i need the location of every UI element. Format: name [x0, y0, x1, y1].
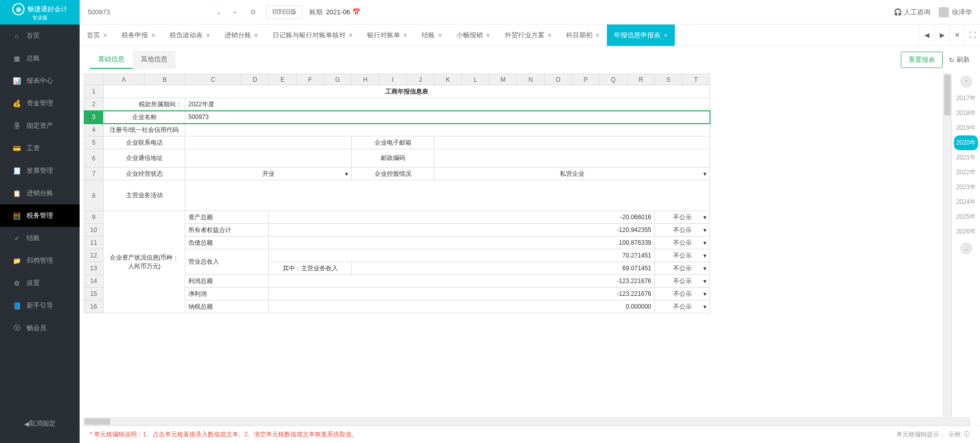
nav-item-archive[interactable]: 📁归档管理 — [0, 249, 80, 272]
phone-input[interactable] — [185, 136, 352, 149]
publish-select-12[interactable]: 不公示▼ — [655, 249, 710, 262]
tab-6[interactable]: 结账× — [414, 25, 449, 46]
refresh-button[interactable]: ↻ 刷新 — [949, 55, 970, 64]
horizontal-scrollbar[interactable] — [84, 417, 970, 426]
switch-version-button[interactable]: 切到旧版 — [266, 5, 302, 19]
postal-input[interactable] — [434, 149, 710, 168]
nav-item-gear[interactable]: ⚙设置 — [0, 272, 80, 294]
row-8[interactable]: 8主营业务活动 — [84, 180, 710, 211]
address-input[interactable] — [185, 149, 352, 168]
col-header-M[interactable]: M — [489, 74, 517, 85]
col-header-Q[interactable]: Q — [600, 74, 627, 85]
tab-close-icon[interactable]: × — [151, 31, 155, 39]
tax-total-value[interactable]: 0.000000 — [269, 300, 655, 313]
tab-close-icon[interactable]: × — [349, 31, 353, 39]
year-item-2026年[interactable]: 2026年 — [954, 224, 978, 239]
add-button[interactable]: ＋ — [228, 5, 242, 19]
settings-button[interactable]: ⚙ — [246, 5, 260, 19]
scroll-thumb[interactable] — [85, 418, 110, 425]
year-scroll-down[interactable]: ⌄ — [960, 242, 972, 254]
tab-close-icon[interactable]: × — [438, 31, 442, 39]
tab-close-icon[interactable]: × — [486, 31, 490, 39]
row-4[interactable]: 4注册号/统一社会信用代码 — [84, 124, 710, 136]
tab-4[interactable]: 日记账与银行对账单核对× — [265, 25, 360, 46]
col-header-R[interactable]: R — [627, 74, 655, 85]
company-name-input[interactable]: 500973 — [185, 111, 710, 124]
year-item-2019年[interactable]: 2019年 — [954, 121, 978, 135]
nav-item-chart[interactable]: 📊报表中心 — [0, 69, 80, 92]
account-select[interactable]: 500973 ⌄ — [88, 8, 222, 16]
tab-8[interactable]: 外贸行业方案× — [498, 25, 559, 46]
publish-select-15[interactable]: 不公示▼ — [655, 288, 710, 300]
subtab-1[interactable]: 其他信息 — [133, 51, 176, 69]
row-9[interactable]: 9企业资产状况信息(币种：人民币万元)资产总额-20.066016不公示▼ — [84, 211, 710, 224]
row-1[interactable]: 1工商年报信息表 — [84, 85, 710, 98]
tab-close-icon[interactable]: × — [596, 31, 600, 39]
tab-scroll-right[interactable]: ▶ — [934, 25, 949, 46]
col-header-C[interactable]: C — [185, 74, 241, 85]
tab-5[interactable]: 银行对账单× — [360, 25, 414, 46]
net-profit-value[interactable]: -123.221676 — [269, 288, 655, 300]
tab-close-icon[interactable]: × — [664, 31, 668, 39]
year-item-2020年[interactable]: 2020年 — [954, 135, 978, 150]
tab-1[interactable]: 税务申报× — [114, 25, 162, 46]
example-link[interactable]: 示例 — [948, 430, 961, 439]
status-select[interactable]: 开业▼ — [185, 168, 352, 180]
select-all-corner[interactable] — [84, 74, 104, 85]
nav-item-home[interactable]: ⌂首页 — [0, 25, 80, 47]
nav-item-asset[interactable]: 🗄固定资产 — [0, 114, 80, 137]
publish-select-16[interactable]: 不公示▼ — [655, 300, 710, 313]
row-5[interactable]: 5企业联系电话企业电子邮箱 — [84, 136, 710, 149]
liab-total-value[interactable]: 100.876339 — [269, 237, 655, 249]
nav-item-invoice[interactable]: 🧾发票管理 — [0, 159, 80, 182]
publish-select-10[interactable]: 不公示▼ — [655, 224, 710, 237]
support-link[interactable]: 🎧 人工咨询 — [894, 8, 930, 17]
tab-close-icon[interactable]: × — [403, 31, 407, 39]
tab-close-icon[interactable]: × — [254, 31, 258, 39]
assets-total-value[interactable]: -20.066016 — [269, 211, 655, 224]
calendar-icon[interactable]: 📅 — [352, 8, 360, 16]
tab-7[interactable]: 小畅报销× — [449, 25, 497, 46]
row-6[interactable]: 6企业通信地址邮政编码 — [84, 149, 710, 168]
tab-scroll-left[interactable]: ◀ — [919, 25, 934, 46]
help-icon[interactable]: ⓘ — [964, 430, 970, 439]
email-input[interactable] — [434, 136, 710, 149]
nav-item-guide[interactable]: 📘新手引导 — [0, 294, 80, 317]
year-item-2021年[interactable]: 2021年 — [954, 150, 978, 165]
nav-item-tax[interactable]: 🧮税务管理 — [0, 204, 80, 227]
nav-item-ledger[interactable]: ▦总账 — [0, 47, 80, 69]
publish-select-11[interactable]: 不公示▼ — [655, 237, 710, 249]
col-header-O[interactable]: O — [545, 74, 572, 85]
col-header-K[interactable]: K — [434, 74, 462, 85]
tab-2[interactable]: 税负波动表× — [162, 25, 217, 46]
col-header-A[interactable]: A — [104, 74, 144, 85]
col-header-T[interactable]: T — [682, 74, 710, 85]
owners-equity-value[interactable]: -120.942355 — [269, 224, 655, 237]
tab-close-icon[interactable]: × — [206, 31, 210, 39]
tab-10[interactable]: 年报信息申报表× — [607, 25, 675, 46]
col-header-E[interactable]: E — [269, 74, 297, 85]
subtab-0[interactable]: 基础信息 — [90, 51, 133, 69]
col-header-L[interactable]: L — [462, 74, 489, 85]
publish-select-9[interactable]: 不公示▼ — [655, 211, 710, 224]
col-header-N[interactable]: N — [517, 74, 545, 85]
year-item-2023年[interactable]: 2023年 — [954, 180, 978, 195]
tab-expand[interactable]: ⛶ — [965, 25, 980, 46]
row-7[interactable]: 7企业经营状态开业▼企业控股情况私营企业▼ — [84, 168, 710, 180]
nav-item-stock[interactable]: 📋进销台账 — [0, 182, 80, 204]
year-item-2017年[interactable]: 2017年 — [954, 91, 978, 106]
tab-close-icon[interactable]: × — [103, 31, 107, 39]
tab-close-icon[interactable]: × — [548, 31, 552, 39]
publish-select-14[interactable]: 不公示▼ — [655, 275, 710, 288]
row-2[interactable]: 2税款所属期间：2022年度 — [84, 98, 710, 111]
year-item-2018年[interactable]: 2018年 — [954, 106, 978, 121]
nav-item-salary[interactable]: 💳工资 — [0, 137, 80, 159]
holding-select[interactable]: 私营企业▼ — [434, 168, 710, 180]
publish-select-13[interactable]: 不公示▼ — [655, 262, 710, 275]
year-item-2022年[interactable]: 2022年 — [954, 165, 978, 180]
unpin-button[interactable]: ◀ 取消固定 — [0, 414, 80, 433]
tab-3[interactable]: 进销台账× — [217, 25, 265, 46]
year-item-2024年[interactable]: 2024年 — [954, 195, 978, 209]
tab-9[interactable]: 科目期初× — [559, 25, 607, 46]
user-menu[interactable]: 徐泽华 — [939, 7, 972, 17]
